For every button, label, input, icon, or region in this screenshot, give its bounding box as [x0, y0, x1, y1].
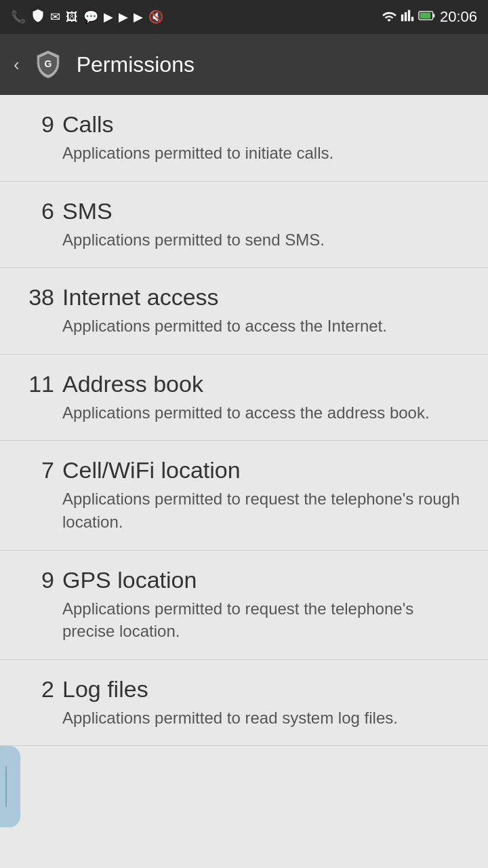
status-bar: 📞 ✉ 🖼 💬 ▶ ▶ ▶ 🔇	[0, 0, 488, 34]
action-bar: ‹ G Permissions	[0, 34, 488, 95]
permission-count: 9	[20, 567, 54, 593]
play2-icon: ▶	[119, 9, 128, 24]
permission-item[interactable]: 11Address bookApplications permitted to …	[0, 355, 488, 441]
permission-header: 2Log files	[20, 676, 468, 703]
svg-text:G: G	[44, 58, 52, 69]
status-time: 20:06	[440, 8, 477, 26]
permission-description: Applications permitted to read system lo…	[62, 707, 468, 730]
permission-count: 9	[20, 111, 54, 138]
permission-header: 7Cell/WiFi location	[20, 457, 468, 484]
permission-item[interactable]: 2Log filesApplications permitted to read…	[0, 660, 488, 747]
wifi-icon	[382, 9, 396, 25]
permission-item[interactable]: 38Internet accessApplications permitted …	[0, 268, 488, 355]
permission-count: 38	[20, 284, 54, 311]
play3-icon: ▶	[134, 9, 143, 24]
signal-icon	[401, 9, 414, 25]
permission-count: 6	[20, 198, 54, 224]
permission-item[interactable]: 6SMSApplications permitted to send SMS.	[0, 182, 488, 269]
permission-description: Applications permitted to request the te…	[62, 597, 468, 643]
permission-header: 38Internet access	[20, 284, 468, 311]
page-title: Permissions	[77, 52, 195, 77]
phone-icon: 📞	[11, 9, 26, 24]
permission-name: Cell/WiFi location	[62, 457, 241, 484]
permission-name: Address book	[62, 371, 203, 397]
permission-name: Log files	[62, 676, 148, 703]
permission-description: Applications permitted to access the add…	[62, 401, 468, 425]
permission-header: 9Calls	[20, 111, 468, 138]
permission-header: 6SMS	[20, 198, 468, 224]
play1-icon: ▶	[104, 9, 113, 24]
permission-count: 11	[20, 371, 54, 397]
status-icons-left: 📞 ✉ 🖼 💬 ▶ ▶ ▶ 🔇	[11, 9, 163, 26]
svg-rect-1	[420, 12, 431, 18]
permission-item[interactable]: 9CallsApplications permitted to initiate…	[0, 95, 488, 182]
permission-header: 9GPS location	[20, 567, 468, 593]
permissions-list: 9CallsApplications permitted to initiate…	[0, 95, 488, 746]
status-icons-right: 20:06	[382, 8, 477, 26]
mail-icon: ✉	[50, 9, 60, 24]
permission-description: Applications permitted to access the Int…	[62, 315, 468, 338]
permission-header: 11Address book	[20, 371, 468, 397]
chat-icon: 💬	[83, 9, 98, 24]
permission-item[interactable]: 7Cell/WiFi locationApplications permitte…	[0, 441, 488, 550]
mute-icon: 🔇	[148, 9, 163, 24]
app-shield-icon: G	[32, 48, 64, 81]
back-button[interactable]: ‹	[14, 54, 20, 75]
permission-name: Calls	[62, 111, 114, 138]
scroll-tab-line	[5, 766, 7, 807]
permission-name: Internet access	[62, 284, 219, 311]
permission-description: Applications permitted to request the te…	[62, 488, 468, 533]
guard-icon	[31, 9, 45, 26]
permission-description: Applications permitted to send SMS.	[62, 229, 468, 252]
battery-icon	[418, 10, 436, 24]
permission-description: Applications permitted to initiate calls…	[62, 142, 468, 165]
image-icon: 🖼	[66, 10, 78, 24]
permission-name: GPS location	[62, 567, 197, 593]
permission-count: 7	[20, 457, 54, 484]
permission-item[interactable]: 9GPS locationApplications permitted to r…	[0, 551, 488, 660]
svg-rect-2	[433, 14, 435, 17]
permission-name: SMS	[62, 198, 113, 224]
permission-count: 2	[20, 676, 54, 703]
scroll-tab[interactable]	[0, 746, 20, 827]
